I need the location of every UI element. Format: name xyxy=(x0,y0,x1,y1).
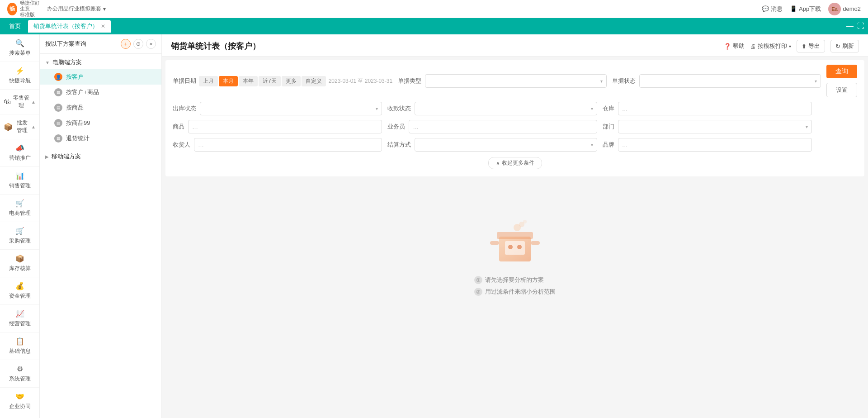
sidebar-item-wholesale[interactable]: 📦 批发管理 ▲ xyxy=(0,114,39,139)
tab-sales-stats[interactable]: 销货单统计表（按客户） ✕ xyxy=(28,20,111,33)
bill-status-chevron-icon: ▾ xyxy=(815,79,817,84)
template-print-icon: 🖨 xyxy=(750,43,756,50)
refresh-icon: ↻ xyxy=(835,43,840,50)
query-btn[interactable]: 查询 xyxy=(826,65,857,78)
out-status-select[interactable]: ▾ xyxy=(200,102,382,115)
tab-close-icon[interactable]: ✕ xyxy=(101,23,105,29)
tab-home[interactable]: 首页 xyxy=(4,20,26,33)
logo-icon: 畅 xyxy=(7,3,17,15)
warehouse-select[interactable]: … xyxy=(618,102,812,115)
sidebar-item-ecommerce[interactable]: 🛒 电商管理 xyxy=(0,195,39,222)
template-print-btn[interactable]: 🖨 按模板打印 ▾ xyxy=(750,42,791,50)
date-range-display: 2023-03-01 至 2023-03-31 xyxy=(329,77,392,85)
sidebar-item-quick-nav[interactable]: ⚡ 快捷导航 xyxy=(0,62,39,90)
tab-maximize-btn[interactable]: ⛶ xyxy=(857,22,864,30)
tab-minimize-btn[interactable]: — xyxy=(846,22,854,30)
left-panel-actions: ＋ ⊙ « xyxy=(121,39,156,49)
collapse-btn[interactable]: ∧ 收起更多条件 xyxy=(488,157,542,169)
plan-item-return-stats[interactable]: ▦ 退货统计 xyxy=(40,131,161,146)
receipt-status-select[interactable]: ▾ xyxy=(415,102,597,115)
retail-arrow-icon: ▲ xyxy=(31,100,36,104)
edit-plan-btn[interactable]: ⊙ xyxy=(133,39,143,49)
plan-icon-by-goods-99: ▤ xyxy=(54,119,62,127)
consignee-select[interactable]: … xyxy=(194,138,382,152)
sidebar-item-basic[interactable]: 📋 基础信息 xyxy=(0,332,39,360)
mobile-group-title[interactable]: ▶ 移动端方案 xyxy=(40,150,161,163)
sidebar-item-marketing-label: 营销推广 xyxy=(9,154,31,162)
bill-status-select[interactable]: ▾ xyxy=(639,74,821,88)
operation-icon: 📈 xyxy=(15,309,24,318)
department-chevron-icon: ▾ xyxy=(806,124,808,129)
collapse-panel-btn[interactable]: « xyxy=(146,39,156,49)
date-more-btn[interactable]: 更多 xyxy=(282,76,301,86)
goods-select[interactable]: … xyxy=(188,120,382,133)
brand-select[interactable]: … xyxy=(618,138,812,152)
desktop-group-arrow-icon: ▼ xyxy=(45,60,50,65)
plan-item-by-goods-99-label: 按商品99 xyxy=(66,119,90,127)
sidebar-item-retail[interactable]: 🛍 零售管理 ▲ xyxy=(0,90,39,114)
out-status-label: 出库状态 xyxy=(173,104,196,113)
date-last-7-days-btn[interactable]: 近7天 xyxy=(259,76,281,86)
sidebar-item-marketing[interactable]: 📣 营销推广 xyxy=(0,139,39,167)
svg-point-9 xyxy=(523,220,527,223)
sidebar-item-newbie[interactable]: 🎯 新手引导 xyxy=(0,415,39,418)
date-custom-btn[interactable]: 自定义 xyxy=(302,76,326,86)
app-download-action[interactable]: 📱 App下载 xyxy=(790,5,821,13)
sidebar-item-inventory-label: 库存核算 xyxy=(9,265,31,272)
out-status-chevron-icon: ▾ xyxy=(376,106,378,111)
collapse-label: 收起更多条件 xyxy=(502,159,534,167)
industry-selector[interactable]: 办公用品行业模拟账套 ▾ xyxy=(47,5,106,13)
collapse-row: ∧ 收起更多条件 xyxy=(173,154,857,172)
top-header: 畅 畅捷信好生意 标准版 办公用品行业模拟账套 ▾ 💬 消息 📱 App下载 E… xyxy=(0,0,868,18)
tab-bar: 首页 销货单统计表（按客户） ✕ — ⛶ xyxy=(0,18,868,34)
message-action[interactable]: 💬 消息 xyxy=(762,5,783,13)
date-this-year-btn[interactable]: 本年 xyxy=(239,76,258,86)
header-left: 畅 畅捷信好生意 标准版 办公用品行业模拟账套 ▾ xyxy=(7,0,106,18)
plan-item-by-goods-99[interactable]: ▤ 按商品99 xyxy=(40,115,161,131)
system-icon: ⚙ xyxy=(17,365,23,373)
left-panel-header: 按以下方案查询 ＋ ⊙ « xyxy=(40,34,161,54)
plan-item-by-goods-label: 按商品 xyxy=(66,104,84,112)
sidebar-item-sales[interactable]: 📊 销售管理 xyxy=(0,167,39,195)
bill-type-label: 单据类型 xyxy=(398,77,421,85)
left-panel: 按以下方案查询 ＋ ⊙ « ▼ 电脑端方案 👤 按客户 ▦ 按客户+商品 ▤ xyxy=(40,34,162,418)
warehouse-placeholder: … xyxy=(622,105,628,112)
page-title: 销货单统计表（按客户） xyxy=(171,41,260,52)
tab-bar-actions: — ⛶ xyxy=(846,22,864,30)
user-area[interactable]: Ea demo2 xyxy=(828,3,861,15)
plan-item-by-goods[interactable]: ▤ 按商品 xyxy=(40,100,161,115)
plan-item-by-customer[interactable]: 👤 按客户 xyxy=(40,69,161,85)
refresh-btn[interactable]: ↻ 刷新 xyxy=(830,40,859,52)
empty-hints: ① 请先选择要分析的方案 ② 用过滤条件来缩小分析范围 xyxy=(474,276,556,296)
date-label: 单据日期 xyxy=(173,77,196,85)
tab-home-label: 首页 xyxy=(9,22,21,30)
sidebar-item-system[interactable]: ⚙ 系统管理 xyxy=(0,360,39,388)
sidebar-item-search-menu-label: 搜索菜单 xyxy=(9,49,31,57)
collapse-icon: ∧ xyxy=(496,160,500,166)
settings-btn[interactable]: 设置 xyxy=(826,83,857,97)
bill-type-select[interactable]: ▾ xyxy=(425,74,607,88)
sidebar-item-purchase[interactable]: 🛒 采购管理 xyxy=(0,222,39,250)
department-select[interactable]: ▾ xyxy=(618,120,812,133)
purchase-icon: 🛒 xyxy=(15,227,24,235)
date-this-month-btn[interactable]: 本月 xyxy=(219,76,238,86)
export-label: 导出 xyxy=(808,42,820,50)
help-btn[interactable]: ❓ 帮助 xyxy=(724,42,745,50)
add-plan-btn[interactable]: ＋ xyxy=(121,39,131,49)
plan-icon-by-customer-goods: ▦ xyxy=(54,88,62,96)
staff-select[interactable]: … xyxy=(409,120,597,133)
sidebar-item-operation[interactable]: 📈 经营管理 xyxy=(0,305,39,332)
help-label: 帮助 xyxy=(733,42,745,50)
payment-method-select[interactable]: ▾ xyxy=(415,138,597,152)
export-btn[interactable]: ⬆ 导出 xyxy=(797,40,825,52)
sidebar-item-finance[interactable]: 💰 资金管理 xyxy=(0,277,39,305)
desktop-group-title[interactable]: ▼ 电脑端方案 xyxy=(40,56,161,69)
sidebar-item-inventory[interactable]: 📦 库存核算 xyxy=(0,250,39,277)
sidebar-item-search-menu[interactable]: 🔍 搜索菜单 xyxy=(0,34,39,62)
right-content: 销货单统计表（按客户） ❓ 帮助 🖨 按模板打印 ▾ ⬆ 导出 ↻ 刷新 xyxy=(162,34,868,418)
plan-item-by-customer-goods[interactable]: ▦ 按客户+商品 xyxy=(40,85,161,100)
date-last-month-btn[interactable]: 上月 xyxy=(199,76,218,86)
left-panel-title: 按以下方案查询 xyxy=(45,40,86,48)
wholesale-arrow-icon: ▲ xyxy=(31,124,36,129)
sidebar-item-enterprise[interactable]: 🤝 企业协同 xyxy=(0,388,39,415)
